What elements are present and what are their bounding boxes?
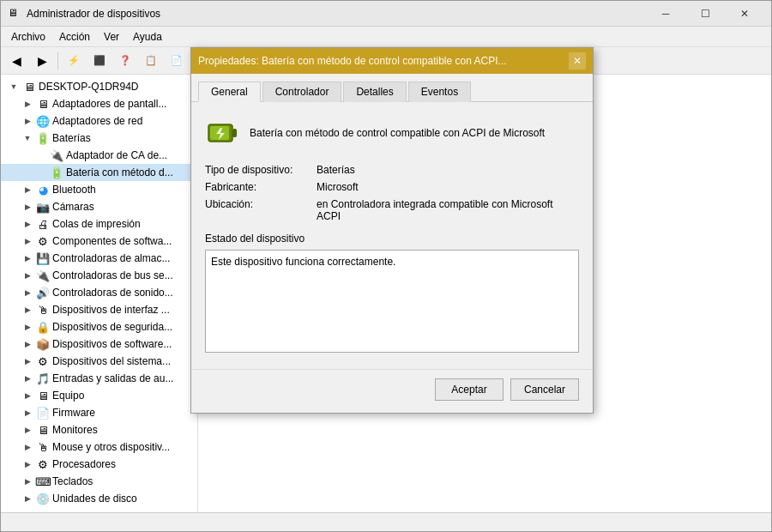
- dialog: Propiedades: Batería con método de contr…: [190, 47, 594, 414]
- tab-general[interactable]: General: [198, 82, 261, 102]
- tab-eventos[interactable]: Eventos: [408, 82, 471, 102]
- status-section-label: Estado del dispositivo: [205, 233, 579, 245]
- dialog-body: Batería con método de control compatible…: [191, 102, 593, 369]
- props-table: Tipo de dispositivo: Baterías Fabricante…: [205, 164, 579, 222]
- battery-icon-svg: [205, 116, 239, 150]
- prop-row-ubicacion: Ubicación: en Controladora integrada com…: [205, 198, 579, 222]
- dialog-overlay: Propiedades: Batería con método de contr…: [0, 0, 772, 532]
- prop-fabricante-label: Fabricante:: [205, 181, 317, 193]
- prop-tipo-label: Tipo de dispositivo:: [205, 164, 317, 176]
- aceptar-button[interactable]: Aceptar: [435, 378, 504, 401]
- dialog-footer: Aceptar Cancelar: [191, 369, 593, 413]
- prop-ubicacion-label: Ubicación:: [205, 198, 317, 210]
- prop-row-fabricante: Fabricante: Microsoft: [205, 181, 579, 193]
- svg-rect-1: [232, 129, 237, 137]
- device-name: Batería con método de control compatible…: [250, 127, 545, 139]
- device-header: Batería con método de control compatible…: [205, 116, 579, 150]
- dialog-title: Propiedades: Batería con método de contr…: [198, 55, 569, 67]
- status-textarea[interactable]: [205, 250, 579, 353]
- tab-controlador[interactable]: Controlador: [262, 82, 342, 102]
- device-icon-large: [205, 116, 239, 150]
- tab-detalles[interactable]: Detalles: [343, 82, 406, 102]
- dialog-title-bar: Propiedades: Batería con método de contr…: [191, 48, 593, 74]
- prop-tipo-value: Baterías: [317, 164, 355, 176]
- dialog-tabs: General Controlador Detalles Eventos: [191, 74, 593, 102]
- prop-ubicacion-value: en Controladora integrada compatible con…: [317, 198, 579, 222]
- prop-fabricante-value: Microsoft: [317, 181, 359, 193]
- cancelar-button[interactable]: Cancelar: [510, 378, 579, 401]
- prop-row-tipo: Tipo de dispositivo: Baterías: [205, 164, 579, 176]
- dialog-close-button[interactable]: ✕: [569, 52, 586, 70]
